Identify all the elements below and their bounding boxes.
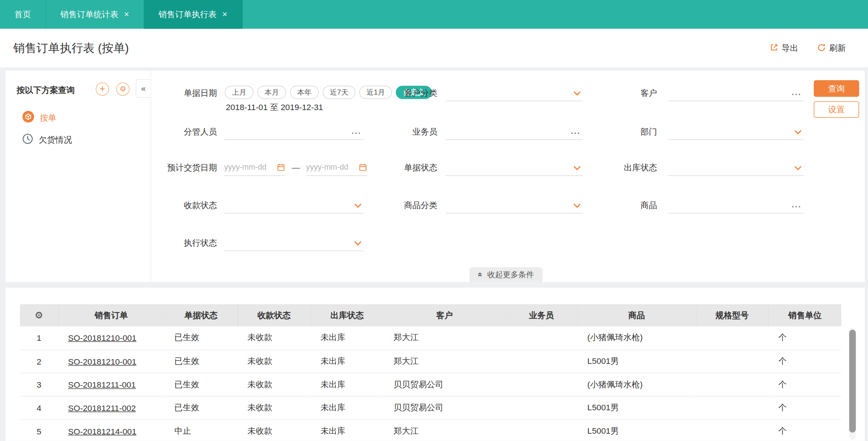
calendar-icon[interactable] bbox=[277, 163, 285, 174]
salesperson-label: 业务员 bbox=[321, 123, 437, 140]
delivery-date-label: 预计交货日期 bbox=[89, 159, 217, 176]
cell-order: SO-20181211-001 bbox=[58, 373, 164, 396]
chevron-down-icon bbox=[794, 163, 801, 170]
cell-doc-status: 已生效 bbox=[164, 396, 237, 419]
cell-spec bbox=[696, 350, 768, 373]
results-table: ⚙ 销售订单 单据状态 收款状态 出库状态 客户 业务员 商品 规格型号 销售单… bbox=[20, 304, 841, 441]
collapse-conditions-button[interactable]: « 收起更多条件 bbox=[469, 267, 543, 282]
results-panel: ⚙ 销售订单 单据状态 收款状态 出库状态 客户 业务员 商品 规格型号 销售单… bbox=[5, 288, 865, 441]
chevron-down-icon bbox=[794, 127, 801, 134]
tab-sales-order-execution[interactable]: 销售订单执行表 × bbox=[144, 0, 242, 29]
cell-unit: 个 bbox=[768, 327, 842, 350]
cell-payment-status: 未收款 bbox=[237, 327, 311, 350]
preset-this-month[interactable]: 本月 bbox=[257, 86, 286, 99]
row-index: 4 bbox=[20, 396, 58, 419]
collapse-conditions-label: 收起更多条件 bbox=[487, 270, 534, 279]
order-link[interactable]: SO-20181210-001 bbox=[68, 357, 136, 366]
cell-salesperson bbox=[505, 419, 577, 441]
payment-status-label: 收款状态 bbox=[89, 197, 217, 214]
row-index: 5 bbox=[20, 419, 58, 441]
content-area: 按以下方案查询 + ⚙ « 按单 欠货情况 单据日期 bbox=[0, 68, 868, 441]
col-outbound-status: 出库状态 bbox=[311, 304, 384, 327]
column-settings-gear-icon[interactable]: ⚙ bbox=[35, 310, 43, 321]
product-category-label: 商品分类 bbox=[321, 197, 437, 214]
cell-product: L5001男 bbox=[577, 419, 696, 441]
export-button[interactable]: 导出 bbox=[770, 43, 798, 53]
preset-this-year[interactable]: 本年 bbox=[290, 86, 319, 99]
cell-doc-status: 已生效 bbox=[164, 373, 237, 396]
settings-button[interactable]: 设置 bbox=[814, 101, 859, 118]
execution-status-select[interactable] bbox=[224, 234, 364, 251]
cell-salesperson bbox=[505, 396, 577, 419]
cell-order: SO-20181211-002 bbox=[58, 396, 164, 419]
title-bar: 销售订单执行表 (按单) 导出 刷新 bbox=[0, 29, 868, 68]
query-panel: 按以下方案查询 + ⚙ « 按单 欠货情况 单据日期 bbox=[5, 71, 865, 282]
tab-sales-order-stats[interactable]: 销售订单统计表 × bbox=[46, 0, 144, 29]
refresh-button[interactable]: 刷新 bbox=[817, 43, 846, 53]
cell-product: L5001男 bbox=[577, 350, 696, 373]
cell-outbound-status: 未出库 bbox=[311, 350, 384, 373]
cell-doc-status: 已生效 bbox=[164, 350, 237, 373]
customer-label: 客户 bbox=[543, 84, 657, 101]
cell-payment-status: 未收款 bbox=[237, 350, 311, 373]
customer-picker[interactable]: ··· bbox=[668, 84, 804, 101]
cell-customer: 郑大江 bbox=[384, 419, 505, 441]
doc-date-label: 单据日期 bbox=[89, 84, 217, 101]
cell-salesperson bbox=[505, 327, 577, 350]
ellipsis-icon: ··· bbox=[792, 90, 801, 99]
column-settings-header: ⚙ bbox=[20, 304, 58, 327]
table-row: 1 SO-20181210-001 已生效 未收款 未出库 郑大江 (小猪佩琦水… bbox=[20, 327, 841, 350]
sidebar-item-backorder[interactable]: 欠货情况 bbox=[22, 132, 72, 148]
cell-doc-status: 已生效 bbox=[164, 327, 237, 350]
refresh-icon bbox=[817, 43, 826, 53]
col-spec: 规格型号 bbox=[696, 304, 768, 327]
cell-product: (小猪佩琦水枪) bbox=[577, 327, 696, 350]
cell-outbound-status: 未出库 bbox=[311, 373, 384, 396]
cell-customer: 郑大江 bbox=[384, 350, 505, 373]
table-header-row: ⚙ 销售订单 单据状态 收款状态 出库状态 客户 业务员 商品 规格型号 销售单… bbox=[20, 304, 841, 327]
order-link[interactable]: SO-20181211-001 bbox=[68, 380, 136, 389]
delivery-date-start-field bbox=[224, 159, 285, 176]
tab-home[interactable]: 首页 bbox=[0, 0, 46, 29]
close-icon[interactable]: × bbox=[222, 10, 227, 19]
order-link[interactable]: SO-20181214-001 bbox=[68, 426, 136, 436]
table-row: 2 SO-20181210-001 已生效 未收款 未出库 郑大江 L5001男… bbox=[20, 350, 841, 373]
cell-spec bbox=[696, 396, 768, 419]
app-window: 首页 销售订单统计表 × 销售订单执行表 × 销售订单执行表 (按单) 导出 bbox=[0, 0, 868, 441]
outbound-status-label: 出库状态 bbox=[543, 159, 657, 176]
cell-salesperson bbox=[505, 350, 577, 373]
close-icon[interactable]: × bbox=[124, 10, 129, 19]
scrollbar-thumb[interactable] bbox=[849, 330, 856, 433]
cell-salesperson bbox=[505, 373, 577, 396]
col-payment-status: 收款状态 bbox=[237, 304, 311, 327]
cell-unit: 个 bbox=[768, 419, 842, 441]
cell-product: (小猪佩琦水枪) bbox=[577, 373, 696, 396]
vertical-scrollbar[interactable] bbox=[849, 328, 856, 440]
title-actions: 导出 刷新 bbox=[770, 43, 846, 53]
tab-label: 销售订单统计表 bbox=[60, 9, 119, 20]
department-select[interactable] bbox=[668, 123, 804, 140]
preset-last-month[interactable]: 上月 bbox=[225, 86, 254, 99]
clock-icon bbox=[22, 133, 33, 147]
query-button[interactable]: 查询 bbox=[814, 80, 859, 97]
order-link[interactable]: SO-20181210-001 bbox=[68, 333, 136, 343]
row-index: 2 bbox=[20, 350, 58, 373]
customer-category-label: 客户分类 bbox=[321, 84, 437, 101]
manager-label: 分管人员 bbox=[89, 123, 217, 140]
cell-unit: 个 bbox=[768, 373, 842, 396]
box-icon bbox=[22, 111, 34, 125]
sidebar-item-by-order[interactable]: 按单 bbox=[22, 110, 57, 126]
cell-customer: 贝贝贸易公司 bbox=[384, 396, 505, 419]
delivery-date-start-input[interactable] bbox=[224, 159, 285, 175]
outbound-status-select[interactable] bbox=[668, 159, 804, 176]
cell-payment-status: 未收款 bbox=[237, 373, 311, 396]
export-icon bbox=[770, 43, 778, 53]
col-customer: 客户 bbox=[384, 304, 505, 327]
product-picker[interactable]: ··· bbox=[668, 197, 804, 214]
cell-doc-status: 中止 bbox=[164, 419, 237, 441]
sidebar-title: 按以下方案查询 bbox=[16, 85, 75, 96]
cell-order: SO-20181210-001 bbox=[58, 350, 164, 373]
cell-payment-status: 未收款 bbox=[237, 419, 311, 441]
table-row: 5 SO-20181214-001 中止 未收款 未出库 郑大江 L5001男 … bbox=[20, 419, 841, 441]
order-link[interactable]: SO-20181211-002 bbox=[68, 403, 136, 412]
